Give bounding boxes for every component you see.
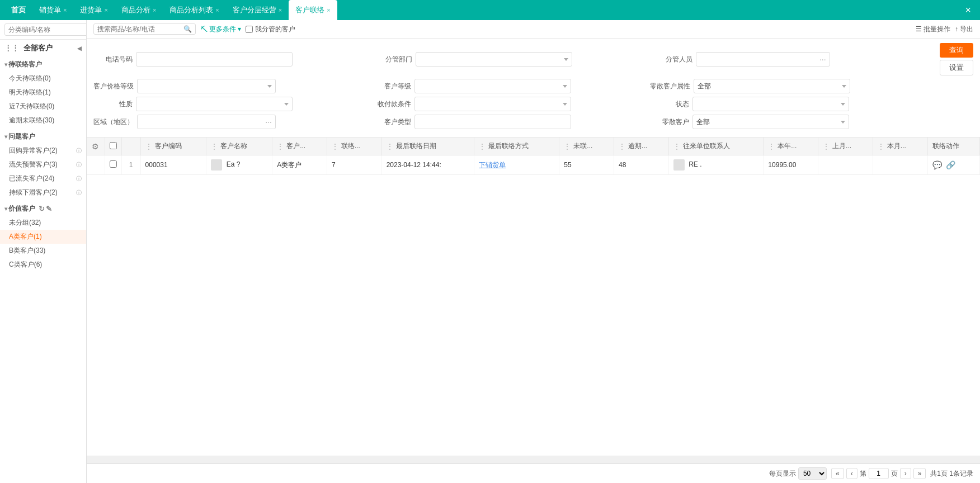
sidebar-pending-section: 待联络客户 今天待联络(0) 明天待联络(1) 近7天待联络(0) 逾期未联络(…: [0, 56, 86, 129]
first-page-btn[interactable]: «: [831, 468, 844, 479]
sidebar-item-churn-warning[interactable]: 流失预警客户(3) ⓘ: [0, 158, 86, 172]
total-text: 共1页 1条记录: [930, 469, 973, 479]
nav-purchase-close[interactable]: ×: [104, 7, 107, 13]
sidebar-item-tomorrow-pending[interactable]: 明天待联络(1): [0, 86, 86, 100]
nav-customer-segment-close[interactable]: ×: [279, 7, 282, 13]
sidebar-item-churned[interactable]: 已流失客户(24) ⓘ: [0, 172, 86, 186]
sidebar-item-overdue-pending[interactable]: 逾期未联络(30): [0, 113, 86, 127]
page-suffix: 页: [891, 469, 898, 479]
td-last-month: [818, 155, 873, 175]
sidebar-search-input[interactable]: [4, 23, 87, 36]
sidebar-value-header[interactable]: 价值客户 ↻ ✎: [0, 202, 86, 216]
main-layout: 🔍 ⋮⋮ 全部客户 ◀ 待联络客户 今天待联络(0): [0, 20, 980, 483]
th-current-month[interactable]: ⋮ 本月...: [873, 138, 927, 155]
sidebar-item-today-pending[interactable]: 今天待联络(0): [0, 72, 86, 86]
sidebar-item-repurchase-abnormal[interactable]: 回购异常客户(2) ⓘ: [0, 144, 86, 158]
filter-retail-attr-select[interactable]: 全部: [694, 79, 850, 93]
th-contact-person[interactable]: ⋮ 往来单位联系人: [668, 138, 764, 155]
filter-retail-attr: 零散客户属性 全部: [650, 79, 929, 93]
table-settings-icon[interactable]: ⚙: [92, 142, 99, 151]
horizontal-scrollbar[interactable]: [87, 456, 980, 463]
value-refresh-icon[interactable]: ↻: [39, 205, 45, 213]
sidebar-all-customers-header[interactable]: ⋮⋮ 全部客户 ◀: [0, 40, 86, 56]
filter-payment-select[interactable]: [414, 97, 571, 111]
th-uncontacted[interactable]: ⋮ 未联...: [559, 138, 614, 155]
filter-price-level-label: 客户价格等级: [93, 82, 134, 91]
per-page-select[interactable]: 50 100 200: [798, 467, 827, 480]
th-last-month[interactable]: ⋮ 上月...: [818, 138, 873, 155]
sidebar-item-week-pending[interactable]: 近7天待联络(0): [0, 100, 86, 113]
action-chat-icon[interactable]: 💬: [932, 160, 942, 169]
manager-dots-icon[interactable]: ···: [819, 55, 826, 64]
th-overdue[interactable]: ⋮ 逾期...: [614, 138, 669, 155]
filter-phone-input[interactable]: [136, 52, 293, 67]
th-code[interactable]: ⋮ 客户编码: [140, 138, 206, 155]
export-btn[interactable]: ↑ 导出: [955, 25, 973, 34]
sidebar-item-declining[interactable]: 持续下滑客户(2) ⓘ: [0, 186, 86, 200]
filter-nature-select[interactable]: [136, 97, 293, 111]
th-contact-count[interactable]: ⋮ 联络...: [327, 138, 381, 155]
filter-manager-label: 分管人员: [653, 55, 692, 64]
sidebar-item-a-class[interactable]: A类客户(1): [0, 230, 86, 244]
filter-manager: 分管人员 ···: [653, 52, 933, 67]
info-icon-churned: ⓘ: [76, 175, 82, 183]
filter-status: 状态: [650, 97, 929, 111]
action-link-icon[interactable]: 🔗: [946, 160, 955, 169]
filter-status-select[interactable]: [692, 97, 849, 111]
sidebar-problem-header[interactable]: 问题客户: [0, 130, 86, 144]
batch-op-btn[interactable]: ☰ 批量操作: [916, 25, 950, 34]
sidebar-collapse-icon[interactable]: ◀: [77, 45, 82, 51]
nav-sales[interactable]: 销货单 ×: [32, 0, 73, 20]
filter-region-select[interactable]: ···: [137, 115, 276, 129]
nav-home[interactable]: 首页: [4, 0, 32, 20]
filter-nature: 性质: [93, 97, 372, 111]
nav-customer-contact-close[interactable]: ×: [327, 7, 330, 13]
prev-page-btn[interactable]: ‹: [846, 468, 858, 479]
nav-customer-segment[interactable]: 客户分层经营 ×: [226, 0, 289, 20]
filter-retail-customer-select[interactable]: 全部: [692, 115, 849, 129]
nav-sales-close[interactable]: ×: [63, 7, 67, 13]
filter-more-btn[interactable]: ⛏ 更多条件 ▾: [200, 25, 241, 34]
nav-product-analysis-list[interactable]: 商品分析列表 ×: [163, 0, 225, 20]
window-close-btn[interactable]: ×: [960, 4, 976, 16]
filter-customer-level-select[interactable]: [414, 79, 571, 93]
pending-arrow-icon: [4, 61, 7, 68]
select-all-checkbox[interactable]: [110, 142, 117, 149]
th-last-contact-date[interactable]: ⋮ 最后联络日期: [381, 138, 474, 155]
th-level[interactable]: ⋮ 客户...: [272, 138, 327, 155]
filter-payment-label: 收付款条件: [372, 100, 411, 109]
next-page-btn[interactable]: ›: [900, 468, 911, 479]
resizer-contact-count: ⋮: [332, 143, 338, 150]
my-customers-checkbox[interactable]: [246, 26, 253, 33]
nav-product-analysis-close[interactable]: ×: [153, 7, 156, 13]
resizer-uncontacted: ⋮: [564, 143, 571, 150]
filter-dept-select[interactable]: [416, 52, 572, 67]
value-edit-icon[interactable]: ✎: [46, 205, 52, 213]
region-dots-icon[interactable]: ···: [265, 117, 272, 126]
query-btn[interactable]: 查询: [940, 43, 973, 58]
filter-customer-type-select[interactable]: [414, 115, 571, 129]
row-checkbox[interactable]: [110, 160, 117, 168]
last-page-btn[interactable]: »: [913, 468, 926, 479]
nav-customer-contact[interactable]: 客户联络 ×: [289, 0, 337, 20]
filter-price-level-select[interactable]: [137, 79, 276, 93]
page-input[interactable]: [869, 468, 889, 479]
nav-product-analysis-list-close[interactable]: ×: [215, 7, 219, 13]
search-icon[interactable]: 🔍: [183, 25, 192, 33]
th-last-contact-method[interactable]: ⋮ 最后联络方式: [474, 138, 559, 155]
sidebar-value-section: 价值客户 ↻ ✎ 未分组(32) A类客户(1) B类客户(33) C类客户(6…: [0, 201, 86, 273]
search-input[interactable]: [97, 25, 181, 33]
th-current-year[interactable]: ⋮ 本年...: [764, 138, 818, 155]
nav-purchase[interactable]: 进货单 ×: [73, 0, 114, 20]
filter-manager-select[interactable]: ···: [696, 52, 830, 67]
filter-price-level: 客户价格等级: [93, 79, 372, 93]
sidebar-pending-header[interactable]: 待联络客户: [0, 58, 86, 72]
th-name[interactable]: ⋮ 客户名称: [206, 138, 272, 155]
filter-panel: 电话号码 分管部门 分管人员 ···: [87, 39, 980, 138]
sidebar-item-b-class[interactable]: B类客户(33): [0, 244, 86, 258]
sidebar-item-c-class[interactable]: C类客户(6): [0, 258, 86, 272]
setting-btn[interactable]: 设置: [940, 60, 973, 75]
nav-product-analysis[interactable]: 商品分析 ×: [115, 0, 163, 20]
sidebar-item-ungrouped[interactable]: 未分组(32): [0, 216, 86, 230]
last-contact-method-link[interactable]: 下销货单: [479, 161, 506, 169]
